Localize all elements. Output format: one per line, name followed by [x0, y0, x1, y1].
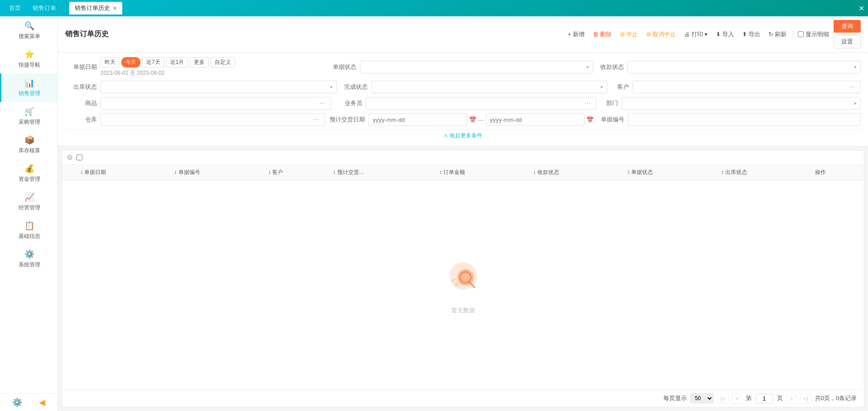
display-detail-input[interactable]: [798, 31, 804, 37]
date-separator: —: [478, 116, 484, 123]
customer-dots-icon[interactable]: ···: [847, 83, 857, 91]
collapse-bar[interactable]: ∧ 收起更多条件: [65, 130, 861, 141]
calendar-icon-start[interactable]: 📅: [469, 116, 476, 123]
yesterday-btn[interactable]: 昨天: [101, 57, 120, 68]
page-number-input[interactable]: [755, 394, 773, 403]
delete-btn[interactable]: 🗑 删除: [591, 29, 614, 39]
out-status-label: 出库状态: [65, 83, 97, 91]
first-page-btn[interactable]: |<: [717, 394, 729, 403]
layout: 🔍 搜索菜单 ⭐ 快捷导航 📊 销售管理 🛒 采购管理 📦 库存核算 💰 资金管…: [0, 16, 868, 411]
settings-btn[interactable]: 设置: [834, 35, 861, 48]
complete-status-select[interactable]: ▾: [371, 81, 608, 93]
table-header: ↕ 单据日期 ↕ 单据编号 ↕ 客户 ↕ 预计交货... ↕ 订单金额: [62, 165, 864, 180]
tab-sales-order-history[interactable]: 销售订单历史 ✕: [69, 2, 122, 15]
custom-btn[interactable]: 自定义: [211, 57, 235, 68]
more-btn[interactable]: 更多: [190, 57, 209, 68]
sidebar-item-purchase-mgmt-label: 采购管理: [19, 118, 40, 126]
goods-dots-icon[interactable]: ···: [317, 99, 327, 107]
sidebar-item-system-mgmt[interactable]: ⚙️ 系统管理: [0, 245, 58, 273]
sidebar-item-purchase-mgmt[interactable]: 🛒 采购管理: [0, 102, 58, 131]
last1m-btn[interactable]: 近1月: [166, 57, 188, 68]
th-receipt-status[interactable]: ↕ 收款状态: [528, 165, 623, 180]
dept-select[interactable]: ▾: [622, 97, 861, 110]
sidebar-item-search-menu[interactable]: 🔍 搜索菜单: [0, 16, 58, 45]
page-label: 页: [777, 394, 783, 402]
th-expected-delivery[interactable]: ↕ 预计交货...: [328, 165, 434, 180]
export-btn[interactable]: ⬆ 导出: [740, 29, 762, 39]
sidebar-settings-btn[interactable]: ⚙️: [12, 397, 22, 407]
table-settings-icon[interactable]: ⚙: [67, 153, 73, 162]
warehouse-filter-label: 仓库: [65, 116, 97, 124]
main-content: 销售订单历史 + 新增 🗑 删除 ⊘ 中止 ⊘ 取消中止 🖨: [58, 16, 868, 411]
tab-sales-order-label: 销售订单: [33, 4, 56, 12]
th-bill-no[interactable]: ↕ 单据编号: [170, 165, 264, 180]
stop-btn[interactable]: ⊘ 中止: [618, 29, 640, 39]
tab-home[interactable]: 首页: [4, 2, 26, 15]
filter-row-3: 商品 ··· 业务员 ··· 部门 ▾: [65, 97, 861, 110]
bill-no-filter-label: 单据编号: [597, 116, 624, 124]
cancel-stop-btn[interactable]: ⊘ 取消中止: [644, 29, 678, 39]
delete-icon: 🗑: [593, 31, 599, 38]
filter-area: 单据日期 昨天 今天 近7天 近1月 更多 自定义 2023-06-02 至 2…: [58, 53, 868, 146]
next-page-btn[interactable]: >: [786, 394, 796, 403]
quick-nav-icon: ⭐: [24, 49, 34, 59]
import-btn[interactable]: ⬇ 导入: [714, 29, 736, 39]
new-btn[interactable]: + 新增: [566, 29, 586, 39]
sidebar-collapse-btn[interactable]: ◀: [39, 397, 45, 407]
tab-sales-order-close[interactable]: ✕: [59, 5, 63, 11]
prev-page-btn[interactable]: <: [732, 394, 742, 403]
th-bill-status-label: ↕ 单据状态: [627, 169, 653, 175]
th-order-amount-label: ↕ 订单金额: [439, 169, 465, 175]
calendar-icon-end[interactable]: 📅: [586, 116, 594, 123]
th-checkbox: [62, 165, 76, 180]
customer-select[interactable]: ···: [633, 81, 861, 93]
display-detail-checkbox[interactable]: 显示明细: [798, 30, 829, 39]
tab-sales-order-history-close[interactable]: ✕: [113, 5, 117, 11]
last7-btn[interactable]: 近7天: [142, 57, 164, 68]
import-btn-label: 导入: [722, 30, 734, 39]
th-out-status[interactable]: ↕ 出库状态: [716, 165, 810, 180]
sidebar-item-sales-mgmt[interactable]: 📊 销售管理: [0, 73, 58, 102]
sidebar-item-system-mgmt-label: 系统管理: [19, 261, 40, 269]
query-btn[interactable]: 查询: [834, 20, 861, 33]
th-order-amount[interactable]: ↕ 订单金额: [435, 165, 529, 180]
sidebar-item-base-info[interactable]: 📋 基础信息: [0, 216, 58, 245]
warehouse-select[interactable]: ···: [101, 113, 325, 126]
sidebar-item-quick-nav-label: 快捷导航: [19, 61, 40, 69]
refresh-btn-label: 刷新: [775, 30, 786, 39]
page-header: 销售订单历史 + 新增 🗑 删除 ⊘ 中止 ⊘ 取消中止 🖨: [58, 16, 868, 53]
th-date[interactable]: ↕ 单据日期: [76, 165, 170, 180]
salesperson-select[interactable]: ···: [366, 97, 597, 110]
receipt-status-select[interactable]: ▾: [628, 61, 861, 73]
bill-status-select[interactable]: ▾: [360, 61, 593, 73]
toolbar: + 新增 🗑 删除 ⊘ 中止 ⊘ 取消中止 🖨 打印 ▾: [566, 20, 861, 48]
th-action: 操作: [810, 165, 864, 180]
warehouse-dots-icon[interactable]: ···: [312, 116, 321, 124]
sidebar: 🔍 搜索菜单 ⭐ 快捷导航 📊 销售管理 🛒 采购管理 📦 库存核算 💰 资金管…: [0, 16, 58, 411]
window-close-btn[interactable]: ✕: [858, 4, 864, 13]
data-table: ↕ 单据日期 ↕ 单据编号 ↕ 客户 ↕ 预计交货... ↕ 订单金额: [62, 165, 864, 180]
select-all-checkbox[interactable]: [77, 155, 82, 160]
dept-arrow-icon: ▾: [854, 101, 857, 106]
th-customer[interactable]: ↕ 客户: [264, 165, 328, 180]
expected-date-start-input[interactable]: [369, 113, 467, 126]
tab-sales-order[interactable]: 销售订单 ✕: [27, 2, 68, 15]
today-btn[interactable]: 今天: [121, 57, 140, 68]
salesperson-dots-icon[interactable]: ···: [583, 99, 592, 107]
bill-no-input[interactable]: [628, 113, 861, 126]
sidebar-item-finance[interactable]: 💰 资金管理: [0, 159, 58, 188]
page-size-select[interactable]: 50 10 20 100: [691, 393, 714, 403]
bill-status-label: 单据状态: [329, 63, 356, 71]
filter-row-1: 单据日期 昨天 今天 近7天 近1月 更多 自定义 2023-06-02 至 2…: [65, 57, 861, 77]
expected-date-end-input[interactable]: [486, 113, 585, 126]
sidebar-item-quick-nav[interactable]: ⭐ 快捷导航: [0, 45, 58, 73]
out-status-select[interactable]: ▾: [101, 81, 337, 93]
sidebar-item-inventory[interactable]: 📦 库存核算: [0, 131, 58, 159]
sidebar-item-operations[interactable]: 📈 经营管理: [0, 188, 58, 216]
goods-select[interactable]: ···: [101, 97, 331, 110]
refresh-btn[interactable]: ↻ 刷新: [767, 29, 788, 39]
th-bill-status[interactable]: ↕ 单据状态: [623, 165, 717, 180]
print-btn[interactable]: 🖨 打印 ▾: [682, 29, 710, 39]
last-page-btn[interactable]: >|: [800, 394, 811, 403]
expected-date-filter-label: 预计交货日期: [329, 116, 365, 124]
